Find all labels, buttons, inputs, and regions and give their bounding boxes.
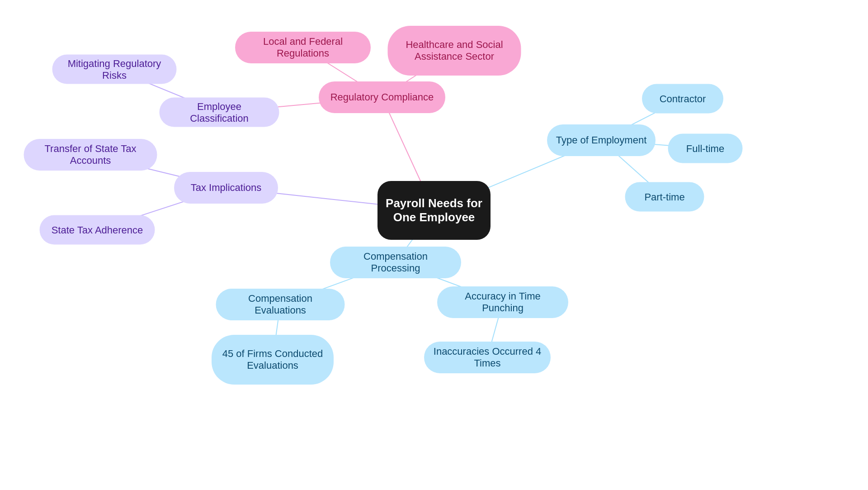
center-node[interactable]: Payroll Needs for One Employee [377,181,491,240]
node-full-time[interactable]: Full-time [668,134,743,163]
node-local-federal[interactable]: Local and Federal Regulations [235,32,371,63]
node-accuracy-time[interactable]: Accuracy in Time Punching [437,286,568,318]
node-tax-implications[interactable]: Tax Implications [174,172,278,204]
node-45-firms[interactable]: 45 of Firms Conducted Evaluations [212,335,334,385]
node-part-time[interactable]: Part-time [625,182,704,212]
node-compensation-evaluations[interactable]: Compensation Evaluations [216,289,345,320]
node-regulatory-compliance[interactable]: Regulatory Compliance [319,81,445,113]
node-employee-classification[interactable]: Employee Classification [160,98,279,127]
mindmap-container: Payroll Needs for One EmployeeLocal and … [0,0,868,490]
node-transfer-state[interactable]: Transfer of State Tax Accounts [24,139,157,171]
node-state-tax[interactable]: State Tax Adherence [40,215,155,245]
node-type-employment[interactable]: Type of Employment [547,124,656,156]
node-contractor[interactable]: Contractor [642,84,723,114]
node-mitigating[interactable]: Mitigating Regulatory Risks [52,55,177,84]
node-healthcare[interactable]: Healthcare and Social Assistance Sector [388,26,521,76]
node-compensation-processing[interactable]: Compensation Processing [330,247,461,278]
node-inaccuracies[interactable]: Inaccuracies Occurred 4 Times [424,342,551,373]
